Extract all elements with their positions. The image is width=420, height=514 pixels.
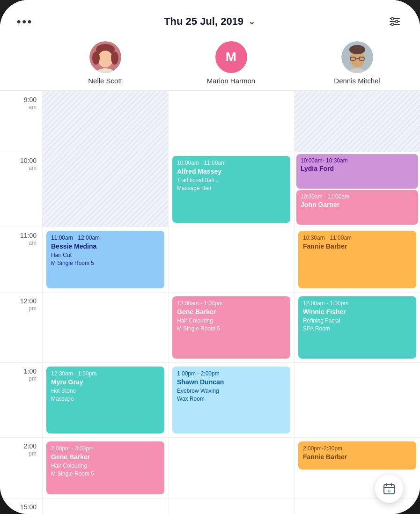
staff-name-dennis: Dennis Mitchel: [334, 77, 380, 85]
appt-fannie-barber-2pm[interactable]: 2:00pm-2:30pm Fannie Barber: [298, 441, 416, 470]
appt-john-garner[interactable]: 10:30am - 11:00am John Garner: [296, 190, 418, 225]
calendar-grid[interactable]: 9:00 am 10:00 am 10:00am - 11:00am Alfre…: [0, 90, 420, 514]
time-label-2pm: 2:00 pm: [0, 438, 42, 498]
svg-point-3: [391, 18, 394, 20]
avatar-nelle: [89, 41, 121, 73]
appt-bessie-medina[interactable]: 11:00am - 12:00am Bessie Medina Hair Cut…: [46, 231, 164, 288]
slot-marion-11am[interactable]: [168, 227, 294, 292]
slot-marion-12pm[interactable]: 12:00am - 1:00pm Gene Barker Hair Colour…: [168, 293, 294, 362]
appt-lydia-ford[interactable]: 10:00am- 10:30am Lydia Ford: [296, 154, 418, 189]
svg-point-9: [92, 51, 100, 65]
svg-point-5: [391, 23, 394, 26]
appt-shawn-duncan[interactable]: 1:00pm - 2:00pm Shawn Duncan Eyebrow Wax…: [172, 367, 290, 433]
slot-dennis-12pm[interactable]: 12:00am - 1:00pm Winnie Fisher Refining …: [294, 293, 420, 362]
time-label-12pm: 12:00 pm: [0, 293, 42, 362]
slot-marion-9am[interactable]: [168, 91, 294, 152]
time-col-header: [0, 41, 42, 85]
app-container: ••• Thu 25 Jul, 2019 ⌄: [0, 0, 420, 514]
svg-point-10: [111, 51, 118, 65]
time-label-1pm: 1:00 pm: [0, 363, 42, 437]
staff-row: Nelle Scott M Marion Harmon: [0, 37, 420, 90]
slot-dennis-1pm[interactable]: [294, 363, 420, 437]
staff-name-marion: Marion Harmon: [207, 77, 255, 85]
time-label-9am: 9:00 am: [0, 91, 42, 152]
chevron-down-icon: ⌄: [248, 16, 255, 27]
staff-cell-nelle[interactable]: Nelle Scott: [42, 41, 168, 85]
svg-point-8: [98, 51, 113, 67]
appt-winnie-fisher[interactable]: 12:00am - 1:00pm Winnie Fisher Refining …: [298, 296, 416, 359]
time-row-9am: 9:00 am: [0, 91, 420, 152]
slot-marion-10am[interactable]: 10:00am - 11:00am Alfred Massey Traditio…: [168, 152, 294, 227]
appt-gene-barker-2pm[interactable]: 2:00pm - 3:00pm Gene Barker Hair Colouri…: [46, 441, 164, 494]
time-row-2pm: 2:00 pm 2:00pm - 3:00pm Gene Barker Hair…: [0, 437, 420, 498]
slot-dennis-11am[interactable]: 10:30am - 11:00am Fannie Barber: [294, 227, 420, 292]
slot-dennis-15[interactable]: [294, 499, 420, 514]
staff-cell-dennis[interactable]: Dennis Mitchel: [294, 41, 420, 85]
time-row-10am: 10:00 am 10:00am - 11:00am Alfred Massey…: [0, 152, 420, 227]
time-label-15: 15:00: [0, 499, 42, 514]
time-label-11am: 11:00 am: [0, 227, 42, 292]
slot-nelle-10am[interactable]: [42, 152, 168, 227]
time-row-15: 15:00: [0, 498, 420, 514]
staff-name-nelle: Nelle Scott: [88, 77, 122, 85]
appt-gene-barker-12[interactable]: 12:00am - 1:00pm Gene Barker Hair Colour…: [172, 296, 290, 359]
slot-marion-2pm[interactable]: [168, 438, 294, 498]
slot-nelle-12pm[interactable]: [42, 293, 168, 362]
avatar-marion: M: [215, 41, 247, 73]
date-selector[interactable]: Thu 25 Jul, 2019 ⌄: [164, 15, 255, 28]
time-row-12pm: 12:00 pm 12:00am - 1:00pm Gene Barker Ha…: [0, 292, 420, 362]
current-date: Thu 25 Jul, 2019: [164, 15, 243, 28]
slot-nelle-2pm[interactable]: 2:00pm - 3:00pm Gene Barker Hair Colouri…: [42, 438, 168, 498]
slot-marion-15[interactable]: [168, 499, 294, 514]
svg-point-4: [396, 21, 398, 23]
phone-frame: ••• Thu 25 Jul, 2019 ⌄: [0, 0, 420, 514]
svg-point-14: [349, 45, 365, 54]
menu-dots[interactable]: •••: [17, 15, 33, 28]
filter-button[interactable]: [386, 13, 403, 30]
slot-nelle-9am[interactable]: [42, 91, 168, 152]
slot-nelle-15[interactable]: [42, 499, 168, 514]
svg-point-16: [364, 54, 369, 64]
slot-nelle-1pm[interactable]: 12:30am - 1:30pm Myra Gray Hot Stone Mas…: [42, 363, 168, 437]
slot-nelle-11am[interactable]: 11:00am - 12:00am Bessie Medina Hair Cut…: [42, 227, 168, 292]
header: ••• Thu 25 Jul, 2019 ⌄: [0, 0, 420, 37]
appt-myra-gray[interactable]: 12:30am - 1:30pm Myra Gray Hot Stone Mas…: [46, 367, 164, 433]
slot-dennis-9am[interactable]: [294, 91, 420, 152]
slot-marion-1pm[interactable]: 1:00pm - 2:00pm Shawn Duncan Eyebrow Wax…: [168, 363, 294, 437]
staff-cell-marion[interactable]: M Marion Harmon: [168, 41, 294, 85]
avatar-dennis: [341, 41, 373, 73]
fab-calendar-button[interactable]: [375, 475, 403, 503]
appt-alfred-massey[interactable]: 10:00am - 11:00am Alfred Massey Traditio…: [172, 156, 290, 223]
time-row-11am: 11:00 am 11:00am - 12:00am Bessie Medina…: [0, 227, 420, 292]
appt-fannie-barber-11[interactable]: 10:30am - 11:00am Fannie Barber: [298, 231, 416, 288]
time-row-1pm: 1:00 pm 12:30am - 1:30pm Myra Gray Hot S…: [0, 362, 420, 437]
slot-dennis-10am[interactable]: 10:00am- 10:30am Lydia Ford 10:30am - 11…: [294, 152, 420, 227]
time-label-10am: 10:00 am: [0, 152, 42, 227]
svg-point-15: [345, 54, 351, 64]
